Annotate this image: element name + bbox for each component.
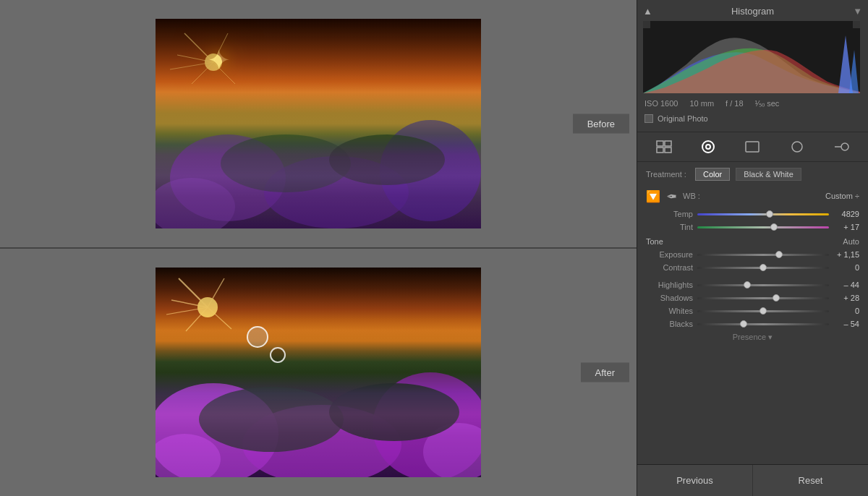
svg-point-36	[702, 141, 714, 153]
presence-indicator: Presence ▾	[646, 333, 859, 342]
temp-slider-track[interactable]	[697, 213, 829, 215]
svg-rect-31	[853, 21, 860, 28]
svg-point-6	[329, 134, 445, 185]
before-button[interactable]: Before	[573, 114, 629, 134]
shadows-label: Shadows	[646, 294, 693, 302]
whites-value: 0	[833, 307, 859, 315]
heal-tool-icon[interactable]	[741, 138, 763, 155]
svg-point-28	[197, 297, 218, 317]
svg-rect-38	[746, 142, 759, 152]
blacks-slider-row: Blacks – 54	[646, 320, 859, 328]
svg-point-37	[706, 145, 710, 149]
wb-value: Custom ÷	[825, 192, 859, 200]
shadows-value: + 28	[833, 294, 859, 302]
eyedropper-icon[interactable]: 🔽	[646, 189, 660, 203]
highlights-slider-row: Highlights – 44	[646, 281, 859, 289]
exposure-label: Exposure	[646, 250, 693, 259]
wb-row: 🔽 ✒ WB : Custom ÷	[646, 188, 859, 204]
svg-point-13	[205, 54, 222, 71]
whites-slider-track[interactable]	[697, 310, 829, 312]
eyedropper-tool-icon[interactable]: ✒	[666, 188, 677, 204]
svg-rect-30	[643, 21, 650, 28]
aperture-value: f / 18	[726, 99, 743, 108]
histogram-triangle-icon: ▲	[643, 6, 652, 17]
shadows-slider-row: Shadows + 28	[646, 294, 859, 302]
adjustment-circle-large[interactable]	[247, 326, 268, 348]
reset-button[interactable]: Reset	[753, 465, 868, 496]
after-photo	[156, 268, 481, 477]
histogram-canvas	[643, 21, 860, 93]
tool-icons-row	[637, 132, 868, 162]
before-panel: Before	[0, 0, 637, 249]
adjustment-circle-small[interactable]	[270, 347, 286, 363]
after-panel: After	[0, 249, 637, 496]
exposure-value: + 1,15	[833, 250, 859, 259]
contrast-value: 0	[833, 263, 859, 272]
tint-label: Tint	[646, 223, 693, 231]
whites-slider-row: Whites 0	[646, 307, 859, 315]
blacks-value: – 54	[833, 320, 859, 328]
svg-rect-32	[657, 141, 663, 146]
blacks-slider-track[interactable]	[697, 323, 829, 325]
highlights-slider-thumb[interactable]	[744, 281, 751, 288]
develop-controls: Treatment : Color Black & White 🔽 ✒ WB :…	[637, 162, 868, 464]
svg-rect-34	[657, 147, 663, 153]
tone-section-title: Tone	[646, 237, 663, 246]
tint-slider-row: Tint + 17	[646, 223, 859, 231]
tint-value: + 17	[833, 223, 859, 231]
treatment-row: Treatment : Color Black & White	[646, 168, 859, 181]
exposure-slider-row: Exposure + 1,15	[646, 250, 859, 259]
temp-slider-row: Temp 4829	[646, 210, 859, 218]
redeye-tool-icon[interactable]	[786, 138, 808, 155]
histogram-section: ▲ Histogram ▼	[637, 0, 868, 132]
wb-label: WB :	[683, 192, 700, 200]
adjustment-tool-icon[interactable]	[830, 138, 852, 155]
iso-value: ISO 1600	[644, 99, 678, 108]
bw-treatment-btn[interactable]: Black & White	[736, 168, 801, 181]
whites-label: Whites	[646, 307, 693, 315]
bottom-buttons: Previous Reset	[637, 464, 868, 496]
treatment-label: Treatment :	[646, 170, 689, 179]
contrast-slider-thumb[interactable]	[760, 264, 767, 271]
shadows-slider-thumb[interactable]	[773, 294, 780, 302]
shadows-slider-track[interactable]	[697, 297, 829, 299]
exposure-slider-track[interactable]	[697, 254, 829, 256]
original-photo-label: Original Photo	[658, 114, 708, 123]
focal-length-value: 10 mm	[689, 99, 714, 108]
after-button[interactable]: After	[581, 363, 629, 382]
before-photo	[156, 19, 481, 228]
temp-label: Temp	[646, 210, 693, 218]
tint-slider-thumb[interactable]	[770, 223, 778, 231]
contrast-label: Contrast	[646, 263, 693, 272]
svg-point-39	[792, 142, 802, 152]
svg-point-21	[329, 383, 459, 441]
highlights-slider-track[interactable]	[697, 284, 829, 286]
right-panel: ▲ Histogram ▼	[637, 0, 868, 496]
temp-value: 4829	[833, 210, 859, 218]
contrast-slider-track[interactable]	[697, 267, 829, 269]
svg-point-40	[841, 143, 848, 150]
temp-slider-thumb[interactable]	[766, 210, 773, 218]
auto-tone-btn[interactable]: Auto	[843, 237, 859, 246]
highlights-value: – 44	[833, 281, 859, 289]
main-area: Before	[0, 0, 637, 496]
exposure-slider-thumb[interactable]	[775, 251, 783, 258]
shutter-value: ¹⁄₅₀ sec	[755, 99, 780, 108]
previous-button[interactable]: Previous	[637, 465, 753, 496]
crop-tool-icon[interactable]	[697, 138, 719, 155]
histogram-dropdown-icon[interactable]: ▼	[853, 6, 862, 17]
tint-slider-track[interactable]	[697, 226, 829, 228]
camera-info: ISO 1600 10 mm f / 18 ¹⁄₅₀ sec	[643, 96, 862, 111]
blacks-slider-thumb[interactable]	[740, 320, 747, 328]
histogram-header: ▲ Histogram ▼	[643, 6, 862, 17]
svg-rect-33	[665, 141, 671, 146]
histogram-title: Histogram	[731, 6, 774, 17]
highlights-label: Highlights	[646, 281, 693, 289]
color-treatment-btn[interactable]: Color	[695, 168, 730, 181]
contrast-slider-row: Contrast 0	[646, 263, 859, 272]
original-photo-checkbox[interactable]	[644, 114, 653, 123]
svg-point-20	[199, 387, 344, 452]
grid-tool-icon[interactable]	[653, 138, 675, 155]
whites-slider-thumb[interactable]	[760, 307, 767, 315]
original-photo-row: Original Photo	[643, 111, 862, 126]
